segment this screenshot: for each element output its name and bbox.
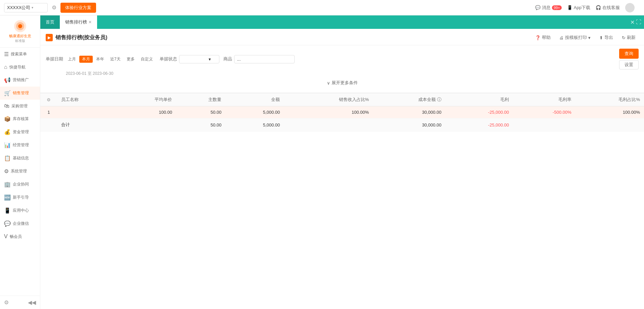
th-gross-pct: 毛利占比%	[575, 93, 644, 106]
sidebar-item-member[interactable]: V 畅会员	[0, 230, 40, 243]
cell-rank: 1	[40, 106, 57, 118]
export-icon: ⬆	[599, 35, 603, 40]
date-tab-this-year[interactable]: 本年	[93, 56, 107, 63]
status-filter-group: 单据状态 ▾	[160, 55, 219, 63]
headset-icon: 🎧	[596, 5, 601, 10]
marketing-label: 营销推广	[13, 77, 29, 83]
th-gear-icon[interactable]: ⚙	[47, 97, 51, 102]
tab-sales-rank[interactable]: 销售排行榜 ✕	[60, 15, 97, 29]
inventory-icon: 📦	[4, 116, 11, 122]
footer-gross-pct	[575, 118, 644, 132]
sidebar-item-basic-info[interactable]: 📋 基础信息	[0, 152, 40, 165]
expand-label: 展开更多条件	[332, 80, 358, 86]
cell-amount: 5,000.00	[225, 106, 284, 118]
sidebar-item-enterprise[interactable]: 🏢 企业协同	[0, 178, 40, 191]
tab-close-icon[interactable]: ✕	[88, 20, 92, 24]
query-button[interactable]: 查询	[619, 49, 639, 59]
print-chevron-icon: ▾	[588, 35, 591, 40]
operations-icon: 📊	[4, 142, 11, 148]
expand-button[interactable]: ∨ 展开更多条件	[324, 79, 360, 87]
th-amount: 全额	[225, 93, 284, 106]
date-tab-7days[interactable]: 近7天	[108, 56, 123, 63]
cell-sales-pct: 100.00%	[284, 106, 373, 118]
sidebar-item-purchase[interactable]: 🛍 采购管理	[0, 100, 40, 112]
maximize-icon[interactable]: ⛶	[636, 19, 641, 25]
goods-select[interactable]: ...	[234, 55, 295, 63]
table-body: 1 100.00 50.00 5,000.00 100.00% 30,000.0…	[40, 106, 644, 118]
sidebar-item-app-center[interactable]: 📱 应用中心	[0, 204, 40, 217]
date-filter-group: 单据日期 上月 本月 本年 近7天 更多 自定义	[46, 56, 156, 63]
footer-gross: -25,000.00	[445, 118, 513, 132]
refresh-icon: ↻	[622, 35, 626, 40]
system-icon: ⚙	[4, 168, 9, 174]
date-tab-custom[interactable]: 自定义	[138, 56, 156, 63]
close-window-icon[interactable]: ✕	[630, 19, 635, 25]
footer-row: 合计 50.00 5,000.00 30,000.00 -25,000.00	[40, 118, 644, 132]
template-print-button[interactable]: 🖨 按模板打印 ▾	[556, 33, 594, 42]
tab-home[interactable]: 首页	[40, 15, 60, 29]
date-tab-last-month[interactable]: 上月	[65, 56, 79, 63]
date-range-text: 2023-06-01 至 2023-06-30	[66, 71, 113, 76]
sidebar-item-search-order[interactable]: ☰ 搜索菜单	[0, 48, 40, 61]
tab-bar: 首页 销售排行榜 ✕ ✕ ⛶	[40, 15, 644, 29]
enterprise-icon: 🏢	[4, 181, 11, 188]
date-tab-this-month[interactable]: 本月	[79, 56, 93, 63]
sidebar-item-quick-nav[interactable]: ⌂ 快捷导航	[0, 61, 40, 73]
expand-icon: ∨	[327, 81, 330, 86]
th-avg-price: 平均单价	[117, 93, 176, 106]
tab-sales-rank-label: 销售排行榜	[65, 19, 87, 25]
collapse-icon[interactable]: ◀◀	[28, 299, 36, 306]
goods-placeholder: ...	[237, 57, 241, 62]
date-tab-more[interactable]: 更多	[124, 56, 137, 63]
sidebar-item-marketing[interactable]: 📢 营销推广	[0, 73, 40, 87]
date-filter-label: 单据日期	[46, 56, 63, 62]
gear-bottom-icon[interactable]: ⚙	[4, 299, 9, 306]
toggle-collapse-btn[interactable]: ▶	[46, 34, 53, 41]
table-head: ⚙ 员工名称 平均单价 主数量 全额 销售收入占比% 成本全额 ⓘ 毛利 毛利率…	[40, 93, 644, 106]
app-center-label: 应用中心	[13, 208, 29, 213]
top-bar: XXXXX公司 ▾ ⚙ 体验行业方案 💬 消息 99+ 📱 App下载 🎧 在线…	[0, 0, 644, 15]
footer-avg-price	[117, 118, 176, 132]
company-selector[interactable]: XXXXX公司 ▾	[4, 3, 48, 12]
cell-avg-price: 100.00	[117, 106, 176, 118]
app-download-item[interactable]: 📱 App下载	[567, 5, 590, 11]
cell-gross-pct: 100.00%	[575, 106, 644, 118]
company-chevron-icon: ▾	[32, 6, 33, 9]
status-select[interactable]: ▾	[179, 55, 219, 63]
sidebar-item-capital[interactable]: 💰 资金管理	[0, 125, 40, 139]
operations-label: 经营管理	[13, 142, 29, 148]
online-service-item[interactable]: 🎧 在线客服	[596, 5, 620, 11]
page-header: ▶ 销售排行榜(按业务员) ❓ 帮助 🖨 按模板打印 ▾ ⬆ 导	[40, 29, 644, 45]
refresh-button[interactable]: ↻ 刷新	[619, 33, 639, 42]
message-label: 消息	[542, 5, 551, 11]
member-label: 畅会员	[10, 234, 22, 240]
goods-filter-label: 商品	[223, 56, 232, 62]
sidebar-item-inventory[interactable]: 📦 库存核算	[0, 112, 40, 125]
sidebar-item-system[interactable]: ⚙ 系统管理	[0, 165, 40, 178]
table-settings-button[interactable]: 设置	[619, 60, 639, 69]
svg-point-2	[18, 24, 22, 28]
query-col: 查询 设置	[619, 49, 639, 69]
app-download-label: App下载	[574, 5, 590, 11]
avatar[interactable]	[625, 3, 635, 12]
sidebar-item-sales[interactable]: 🛒 销售管理	[0, 87, 40, 100]
try-industry-button[interactable]: 体验行业方案	[60, 3, 96, 13]
settings-icon[interactable]: ⚙	[50, 3, 58, 12]
footer-label: 合计	[57, 118, 117, 132]
purchase-icon: 🛍	[4, 103, 9, 109]
company-name: XXXXX公司	[7, 5, 30, 11]
sidebar-item-operations[interactable]: 📊 经营管理	[0, 139, 40, 152]
sidebar-item-guide[interactable]: 🆕 新手引导	[0, 191, 40, 204]
cell-cost: 30,000.00	[373, 106, 445, 118]
member-icon: V	[4, 234, 8, 240]
sidebar-item-wechat[interactable]: 💬 企业微信	[0, 217, 40, 230]
message-item[interactable]: 💬 消息 99+	[535, 5, 562, 11]
inventory-label: 库存核算	[13, 116, 29, 122]
quick-nav-icon: ⌂	[4, 64, 7, 70]
th-sales-pct: 销售收入占比%	[284, 93, 373, 106]
main-layout: 畅康通好生意 标准版 ☰ 搜索菜单 ⌂ 快捷导航 📢 营销推广 🛒 销售管理 🛍…	[0, 15, 644, 309]
help-button[interactable]: ❓ 帮助	[532, 33, 554, 42]
footer-sales-pct	[284, 118, 373, 132]
export-button[interactable]: ⬆ 导出	[596, 33, 616, 42]
th-gross: 毛利	[445, 93, 513, 106]
